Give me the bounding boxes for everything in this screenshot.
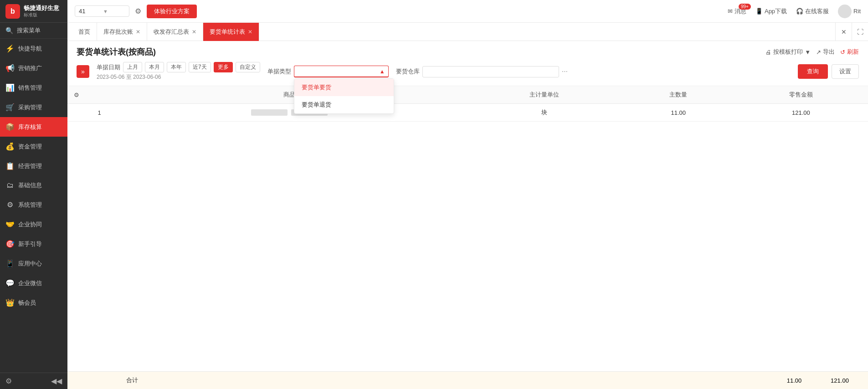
filter-warehouse-section: 要货仓库 ···	[396, 66, 791, 77]
chevron-down-icon: ▼	[103, 9, 125, 14]
wechat-icon: 💬	[5, 279, 15, 287]
sidebar-item-system[interactable]: ⚙ 系统管理	[0, 195, 67, 215]
tab-expand-btn[interactable]: ⛶	[852, 23, 868, 41]
page-header-actions: 🖨 按模板打印 ▼ ↗ 导出 ↺ 刷新	[765, 48, 859, 56]
topbar-gear-icon[interactable]: ⚙	[135, 7, 141, 15]
trial-btn[interactable]: 体验行业方案	[147, 5, 197, 18]
avatar	[838, 5, 852, 18]
main-content: 41 ▼ ⚙ 体验行业方案 ✉ 消息 99+ 📱 App下载 🎧 在线客服 R	[67, 0, 868, 389]
sidebar-item-label: 快捷导航	[18, 45, 42, 53]
messages-btn[interactable]: ✉ 消息 99+	[728, 7, 746, 15]
tab-inventory-batch-close[interactable]: ✕	[136, 29, 140, 35]
sidebar-item-label: 销售管理	[18, 84, 42, 92]
app-version: 标准版	[24, 12, 59, 18]
footer-total-label: 合计	[118, 376, 146, 384]
enterprise-icon: 🤝	[5, 220, 15, 229]
product-placeholder-1	[251, 109, 288, 116]
doc-type-dropdown: 要货单要货 要货单退货	[294, 78, 394, 114]
tab-inventory-batch-label: 库存批次账	[103, 28, 133, 36]
tab-home[interactable]: 首页	[72, 23, 97, 41]
app-download-label: App下载	[765, 7, 787, 15]
tab-collect-summary-close[interactable]: ✕	[192, 29, 196, 35]
app-download-btn[interactable]: 📱 App下载	[755, 7, 787, 15]
search-icon: 🔍	[5, 27, 13, 34]
query-btn[interactable]: 查询	[798, 64, 828, 79]
sidebar-item-label: 应用中心	[18, 260, 42, 268]
marketing-icon: 📢	[5, 64, 15, 72]
tab-collect-summary-label: 收发存汇总表	[154, 28, 189, 36]
sidebar-item-sales[interactable]: 📊 销售管理	[0, 78, 67, 97]
tab-order-stats-close[interactable]: ✕	[248, 29, 252, 35]
sidebar-item-operations[interactable]: 📋 经营管理	[0, 156, 67, 176]
sidebar-item-app-center[interactable]: 📱 应用中心	[0, 254, 67, 273]
export-label: 导出	[823, 48, 835, 56]
user-menu[interactable]: Rit	[838, 5, 861, 18]
print-btn[interactable]: 🖨 按模板打印 ▼	[765, 48, 811, 56]
date-this-year-btn[interactable]: 本年	[167, 62, 186, 72]
filter-bar: » 单据日期 上月 本月 本年 近7天 更多 自定义 2023-05-06 至 …	[67, 57, 868, 86]
date-last-7-days-btn[interactable]: 近7天	[189, 62, 211, 72]
sidebar-item-finance[interactable]: 💰 资金管理	[0, 137, 67, 156]
settings-filter-btn[interactable]: 设置	[832, 64, 859, 79]
expand-icon: »	[81, 68, 85, 75]
sidebar-item-guide[interactable]: 🎯 新手引导	[0, 234, 67, 254]
sidebar-item-wechat[interactable]: 💬 企业微信	[0, 273, 67, 293]
col-product: 商品	[113, 86, 466, 104]
sidebar-item-purchase[interactable]: 🛒 采购管理	[0, 97, 67, 117]
tab-collect-summary[interactable]: 收发存汇总表 ✕	[147, 23, 203, 41]
branch-selector[interactable]: 41 ▼	[75, 5, 129, 17]
logo-icon: b	[5, 4, 20, 19]
col-quantity: 主数量	[623, 86, 734, 104]
row-unit-cell: 块	[466, 104, 623, 122]
row-product-cell	[113, 104, 466, 122]
sidebar-item-marketing[interactable]: 📢 营销推广	[0, 58, 67, 78]
settings-icon[interactable]: ⚙	[5, 377, 12, 385]
tab-order-stats[interactable]: 要货单统计表 ✕	[203, 23, 259, 41]
search-label: 搜索菜单	[17, 26, 41, 35]
refresh-btn[interactable]: ↺ 刷新	[840, 48, 859, 56]
sidebar-item-enterprise[interactable]: 🤝 企业协同	[0, 215, 67, 234]
warehouse-input[interactable]	[422, 66, 559, 77]
dropdown-item-order-return[interactable]: 要货单退货	[294, 96, 394, 113]
sidebar-item-member[interactable]: 👑 畅会员	[0, 293, 67, 312]
sidebar-item-quick-nav[interactable]: ⚡ 快捷导航	[0, 39, 67, 58]
inventory-icon: 📦	[5, 123, 15, 131]
date-custom-btn[interactable]: 自定义	[236, 62, 260, 72]
sidebar-item-label: 营销推广	[18, 64, 42, 72]
print-chevron-icon: ▼	[805, 49, 811, 56]
user-name: Rit	[853, 8, 861, 15]
topbar-left: 41 ▼ ⚙ 体验行业方案	[75, 5, 197, 18]
doc-type-input[interactable]	[294, 66, 389, 77]
sidebar-item-label: 新手引导	[18, 240, 42, 248]
export-btn[interactable]: ↗ 导出	[816, 48, 835, 56]
dropdown-item-order-goods[interactable]: 要货单要货	[294, 79, 394, 96]
col-settings[interactable]: ⚙	[67, 86, 86, 104]
sidebar-item-inventory[interactable]: 📦 库存核算	[0, 117, 67, 137]
warehouse-more-icon[interactable]: ···	[562, 67, 568, 76]
basic-info-icon: 🗂	[5, 181, 15, 189]
member-icon: 👑	[5, 298, 15, 307]
doc-type-label: 单据类型	[267, 67, 291, 76]
date-more-btn[interactable]: 更多	[214, 62, 233, 72]
collapse-icon[interactable]: ◀◀	[51, 377, 62, 385]
online-service-btn[interactable]: 🎧 在线客服	[796, 7, 829, 15]
topbar-right: ✉ 消息 99+ 📱 App下载 🎧 在线客服 Rit	[728, 5, 861, 18]
app-center-icon: 📱	[5, 259, 15, 268]
tabs-bar: 首页 库存批次账 ✕ 收发存汇总表 ✕ 要货单统计表 ✕ ✕ ⛶	[67, 23, 868, 41]
logo-area: b 畅捷通好生意 标准版	[0, 0, 67, 23]
guide-icon: 🎯	[5, 240, 15, 248]
sidebar-item-basic-info[interactable]: 🗂 基础信息	[0, 176, 67, 195]
print-icon: 🖨	[765, 49, 771, 56]
online-service-label: 在线客服	[805, 7, 829, 15]
sidebar-nav: ⚡ 快捷导航 📢 营销推广 📊 销售管理 🛒 采购管理 📦 库存核算 💰 资金管…	[0, 39, 67, 373]
sidebar: b 畅捷通好生意 标准版 🔍 搜索菜单 ⚡ 快捷导航 📢 营销推广 📊 销售管理…	[0, 0, 67, 389]
date-this-month-btn[interactable]: 本月	[145, 62, 164, 72]
date-last-month-btn[interactable]: 上月	[123, 62, 142, 72]
col-amount: 零售金额	[734, 86, 868, 104]
filter-expand-btn[interactable]: »	[77, 65, 89, 78]
footer-amount: 121.00	[817, 377, 863, 384]
topbar: 41 ▼ ⚙ 体验行业方案 ✉ 消息 99+ 📱 App下载 🎧 在线客服 R	[67, 0, 868, 23]
tab-close-all-btn[interactable]: ✕	[835, 23, 852, 41]
tab-inventory-batch[interactable]: 库存批次账 ✕	[97, 23, 147, 41]
sidebar-search[interactable]: 🔍 搜索菜单	[0, 23, 67, 39]
